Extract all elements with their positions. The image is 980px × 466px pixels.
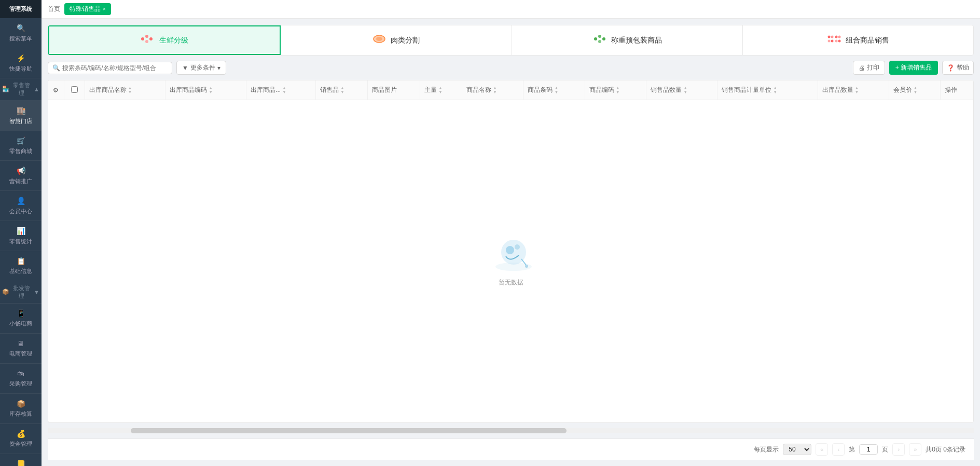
svg-point-7 (598, 35, 601, 38)
sidebar-item-finance[interactable]: 💰 资金管理 (0, 424, 42, 454)
meat-cut-icon (372, 34, 387, 47)
print-label: 打印 (867, 63, 879, 72)
page-input[interactable] (859, 444, 878, 455)
svg-point-17 (838, 40, 840, 43)
sidebar-item-basic-info[interactable]: 📋 基础信息 (0, 251, 42, 281)
empty-text: 暂无数据 (499, 278, 523, 287)
sidebar-item-search-menu[interactable]: 🔍 搜索菜单 (0, 18, 42, 48)
active-tab-label: 特殊销售品 (70, 5, 101, 13)
search-icon: 🔍 (52, 64, 60, 72)
cat-tab-combo-sale-label: 组合商品销售 (846, 36, 889, 45)
col-out-goods-code[interactable]: 出库商品编码▲▼ (165, 80, 246, 100)
basic-info-icon: 📋 (17, 256, 25, 267)
cat-tab-meat-cut[interactable]: 肉类分割 (281, 25, 512, 55)
col-main-weight[interactable]: 主量▲▼ (420, 80, 462, 100)
sidebar-item-marketing[interactable]: 📢 营销推广 (0, 161, 42, 191)
sidebar-item-smart-store[interactable]: 🏬 智慧门店 (0, 101, 42, 131)
svg-point-3 (145, 40, 148, 43)
col-out-goods-name[interactable]: 出库商品名称▲▼ (85, 80, 165, 100)
first-page-button[interactable]: « (816, 443, 828, 456)
search-box[interactable]: 🔍 (48, 62, 172, 74)
col-out-goods-spec[interactable]: 出库商品...▲▼ (246, 80, 316, 100)
search-input[interactable] (62, 64, 168, 72)
sidebar-item-label: 搜索菜单 (9, 35, 32, 43)
svg-point-14 (835, 36, 837, 38)
sidebar-item-label: 小畅电商 (9, 320, 32, 327)
svg-point-0 (141, 37, 144, 40)
svg-point-5 (376, 37, 382, 41)
filter-button[interactable]: ▼ 更多条件 ▾ (176, 61, 226, 75)
col-goods-name[interactable]: 商品名称▲▼ (462, 80, 523, 100)
sidebar-item-label: 电商管理 (9, 350, 32, 358)
sidebar-item-purchase[interactable]: 🛍 采购管理 (0, 364, 42, 394)
horizontal-scrollbar[interactable] (48, 428, 974, 433)
col-goods-code[interactable]: 商品编码▲▼ (585, 80, 646, 100)
home-tab[interactable]: 首页 (48, 5, 60, 13)
cat-tab-weigh-pack-label: 称重预包装商品 (611, 36, 662, 45)
sidebar-item-retail-mall[interactable]: 🛒 零售商城 (0, 131, 42, 161)
svg-point-16 (835, 40, 837, 43)
svg-point-10 (827, 36, 830, 38)
svg-point-8 (602, 37, 605, 40)
next-page-button[interactable]: › (892, 443, 905, 456)
sidebar-item-label: 批发管理 (10, 284, 33, 300)
sidebar-item-label: 会员中心 (9, 208, 32, 215)
category-tabs: 生鲜分级 肉类分割 (48, 25, 974, 56)
mini-program-icon: 📱 (17, 309, 25, 319)
help-icon: ❓ (947, 64, 955, 72)
filter-label: 更多条件 (190, 63, 215, 72)
col-sale-unit[interactable]: 销售商品计量单位▲▼ (717, 80, 818, 100)
col-operation: 操作 (941, 80, 973, 100)
main-content: 首页 特殊销售品 × 生鲜分级 (42, 0, 980, 466)
last-page-button[interactable]: » (909, 443, 921, 456)
sidebar-item-label: 库存核算 (9, 410, 32, 418)
search-menu-icon: 🔍 (17, 23, 25, 34)
sidebar-item-member[interactable]: 👤 会员中心 (0, 191, 42, 221)
page-label: 第 (849, 445, 855, 454)
print-icon: 🖨 (859, 64, 865, 72)
sidebar-item-label: 资金管理 (9, 440, 32, 448)
fresh-grade-icon (141, 34, 155, 47)
sidebar-item-wholesale[interactable]: 📦 批发管理 ▼ (0, 281, 42, 304)
col-out-qty[interactable]: 出库品数量▲▼ (818, 80, 889, 100)
sidebar-item-label: 智慧门店 (9, 117, 32, 125)
cat-tab-combo-sale[interactable]: 组合商品销售 (743, 25, 973, 55)
sidebar-item-retail-mgmt[interactable]: 🏪 零售管理 ▲ (0, 78, 42, 101)
filter-arrow: ▾ (217, 64, 220, 72)
scrollbar-thumb[interactable] (131, 428, 567, 433)
sidebar-item-label: 快捷导航 (9, 65, 32, 73)
sidebar-item-label: 零售管理 (10, 81, 33, 97)
col-checkbox[interactable] (64, 80, 85, 100)
help-button[interactable]: ❓ 帮助 (942, 61, 974, 75)
new-sale-button[interactable]: + 新增销售品 (889, 61, 938, 75)
retail-mgmt-icon: 🏪 (2, 86, 9, 92)
chevron-down-icon: ▼ (34, 289, 39, 295)
sidebar-item-retail-stats[interactable]: 📊 零售统计 (0, 221, 42, 251)
sidebar-item-ecommerce[interactable]: 🖥 电商管理 (0, 334, 42, 364)
cat-tab-meat-cut-label: 肉类分割 (391, 36, 420, 45)
select-all-checkbox[interactable] (71, 86, 78, 93)
per-page-label: 每页显示 (754, 445, 779, 454)
sidebar-item-mini-program[interactable]: 📱 小畅电商 (0, 304, 42, 334)
col-settings[interactable]: ⚙ (48, 80, 64, 100)
prev-page-button[interactable]: ‹ (832, 443, 845, 456)
tab-close-icon[interactable]: × (103, 6, 106, 12)
help-label: 帮助 (957, 63, 969, 72)
weigh-pack-icon (592, 34, 607, 47)
svg-point-12 (827, 40, 830, 43)
svg-point-21 (515, 244, 520, 250)
active-tab[interactable]: 特殊销售品 × (64, 3, 111, 15)
col-sale-qty[interactable]: 销售品数量▲▼ (646, 80, 717, 100)
per-page-select[interactable]: 50 10 20 100 (783, 444, 811, 455)
sidebar-item-ledger[interactable]: 📒 总账管理 (0, 454, 42, 466)
col-goods-barcode[interactable]: 商品条码▲▼ (523, 80, 585, 100)
finance-icon: 💰 (17, 429, 25, 440)
print-button[interactable]: 🖨 打印 (853, 61, 885, 75)
svg-point-13 (831, 40, 833, 43)
cat-tab-fresh-grade[interactable]: 生鲜分级 (48, 25, 281, 55)
cat-tab-weigh-pack[interactable]: 称重预包装商品 (512, 25, 743, 55)
col-sale-goods[interactable]: 销售品▲▼ (316, 80, 368, 100)
sidebar-item-quick-nav[interactable]: ⚡ 快捷导航 (0, 48, 42, 78)
col-member-price[interactable]: 会员价▲▼ (889, 80, 941, 100)
sidebar-item-inventory[interactable]: 📦 库存核算 (0, 394, 42, 424)
